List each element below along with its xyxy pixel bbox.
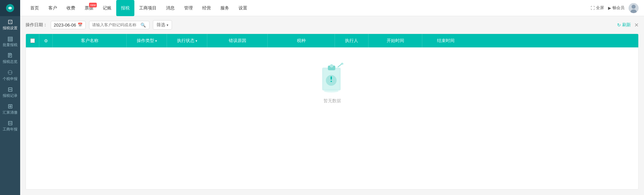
topnav-right: ⛶ 全屏 ▶ 畅会员 bbox=[591, 3, 639, 13]
nav-manage[interactable]: 管理 bbox=[179, 0, 198, 16]
empty-text: 暂无数据 bbox=[324, 98, 341, 104]
topnav: 首页 客户 收费 票据 new 记账 报税 工商项目 消息 管理 经营 bbox=[20, 0, 644, 16]
th-error-reason: 错误原因 bbox=[207, 34, 268, 47]
nav-service[interactable]: 服务 bbox=[216, 0, 234, 16]
sidebar-item-personal-tax[interactable]: ⚇ 个税申报 bbox=[0, 67, 20, 84]
sidebar-item-label: 汇算清缴 bbox=[3, 110, 17, 115]
main-area: 首页 客户 收费 票据 new 记账 报税 工商项目 消息 管理 经营 bbox=[20, 0, 644, 195]
chevron-down-icon: ▾ bbox=[167, 23, 168, 27]
new-badge: new bbox=[89, 3, 97, 7]
fullscreen-btn[interactable]: ⛶ 全屏 bbox=[591, 5, 604, 11]
calendar-icon: 📅 bbox=[78, 23, 83, 27]
sidebar-item-batch-tax[interactable]: ▤ 批量报税 bbox=[0, 33, 20, 50]
nav-business[interactable]: 工商项目 bbox=[134, 0, 161, 16]
tax-summary-icon: 🖹 bbox=[7, 52, 13, 58]
nav-invoice[interactable]: 票据 new bbox=[80, 0, 98, 16]
sidebar-item-label: 报税记录 bbox=[3, 93, 17, 98]
th-checkbox[interactable] bbox=[26, 34, 39, 47]
sidebar-item-label: 工商年报 bbox=[3, 127, 17, 131]
avatar[interactable] bbox=[629, 3, 639, 13]
fullscreen-icon: ⛶ bbox=[591, 6, 595, 10]
filter-icon-2[interactable]: ▾ bbox=[196, 39, 197, 43]
sidebar-item-label: 个税申报 bbox=[3, 77, 17, 81]
nav-accounting[interactable]: 记账 bbox=[98, 0, 116, 16]
nav-operation[interactable]: 经营 bbox=[198, 0, 216, 16]
sidebar-item-tax-summary[interactable]: 🖹 报税总览 bbox=[0, 50, 20, 67]
sidebar-item-label: 报税总览 bbox=[3, 60, 17, 64]
sidebar-item-settlement[interactable]: ⊞ 汇算清缴 bbox=[0, 101, 20, 117]
toolbar-right: ↻ 刷新 ✕ bbox=[617, 22, 639, 28]
member-btn[interactable]: ▶ 畅会员 bbox=[608, 5, 625, 11]
nav-settings[interactable]: 设置 bbox=[234, 0, 252, 16]
nav-tax[interactable]: 报税 bbox=[116, 0, 134, 16]
th-customer-name: 客户名称 bbox=[53, 34, 127, 47]
select-all-checkbox[interactable] bbox=[30, 38, 35, 43]
empty-state: 暂无数据 bbox=[26, 47, 638, 111]
date-label: 操作日期： bbox=[26, 22, 47, 28]
svg-point-2 bbox=[632, 5, 636, 9]
date-picker[interactable]: 2023-06-06 📅 bbox=[51, 21, 86, 29]
settings-icon: ⚙ bbox=[44, 38, 48, 43]
svg-point-13 bbox=[324, 90, 339, 92]
th-start-time: 开始时间 bbox=[369, 34, 422, 47]
svg-rect-7 bbox=[330, 64, 333, 68]
close-button[interactable]: ✕ bbox=[634, 22, 639, 28]
sidebar-item-label: 报税设置 bbox=[3, 26, 17, 30]
tax-records-icon: ⊟ bbox=[8, 86, 13, 92]
member-icon: ▶ bbox=[608, 6, 611, 10]
svg-rect-9 bbox=[331, 76, 332, 80]
th-operation-type: 操作类型 ▾ bbox=[127, 34, 167, 47]
th-tax-type: 税种 bbox=[268, 34, 335, 47]
personal-tax-icon: ⚇ bbox=[7, 70, 13, 76]
tax-settings-icon: ⊡ bbox=[8, 19, 13, 25]
table-wrap: ⚙ 客户名称 操作类型 ▾ 执行状态 ▾ 错误原因 税种 bbox=[26, 34, 639, 190]
sidebar-item-tax-records[interactable]: ⊟ 报税记录 bbox=[0, 84, 20, 101]
th-end-time: 结束时间 bbox=[422, 34, 469, 47]
nav-billing[interactable]: 收费 bbox=[62, 0, 80, 16]
sidebar: ⊡ 报税设置 ▤ 批量报税 🖹 报税总览 ⚇ 个税申报 ⊟ 报税记录 ⊞ 汇算清… bbox=[0, 0, 20, 195]
refresh-icon: ↻ bbox=[617, 23, 621, 28]
nav-home[interactable]: 首页 bbox=[26, 0, 44, 16]
toolbar: 操作日期： 2023-06-06 📅 🔍 筛选 ▾ ↻ 刷新 ✕ bbox=[20, 16, 644, 34]
search-box[interactable]: 🔍 bbox=[89, 21, 149, 29]
th-settings[interactable]: ⚙ bbox=[39, 34, 53, 47]
th-executor: 执行人 bbox=[335, 34, 369, 47]
nav-message[interactable]: 消息 bbox=[161, 0, 179, 16]
svg-rect-10 bbox=[331, 81, 332, 82]
search-input[interactable] bbox=[92, 23, 139, 27]
sidebar-item-annual-report[interactable]: ⊟ 工商年报 bbox=[0, 117, 20, 134]
annual-report-icon: ⊟ bbox=[8, 120, 13, 126]
search-icon: 🔍 bbox=[140, 23, 146, 28]
sidebar-logo bbox=[0, 0, 20, 16]
sidebar-item-label: 批量报税 bbox=[3, 43, 17, 47]
table-header: ⚙ 客户名称 操作类型 ▾ 执行状态 ▾ 错误原因 税种 bbox=[26, 34, 638, 47]
batch-tax-icon: ▤ bbox=[7, 36, 13, 42]
empty-illustration bbox=[317, 61, 347, 94]
sidebar-item-tax-settings[interactable]: ⊡ 报税设置 bbox=[0, 16, 20, 33]
content-area: 操作日期： 2023-06-06 📅 🔍 筛选 ▾ ↻ 刷新 ✕ bbox=[20, 16, 644, 195]
th-exec-status: 执行状态 ▾ bbox=[167, 34, 207, 47]
settlement-icon: ⊞ bbox=[8, 103, 13, 109]
filter-button[interactable]: 筛选 ▾ bbox=[153, 20, 172, 30]
filter-label: 筛选 bbox=[157, 22, 165, 28]
date-value: 2023-06-06 bbox=[54, 23, 76, 28]
nav-customer[interactable]: 客户 bbox=[44, 0, 62, 16]
refresh-button[interactable]: ↻ 刷新 bbox=[617, 22, 631, 28]
filter-icon[interactable]: ▾ bbox=[155, 39, 157, 43]
